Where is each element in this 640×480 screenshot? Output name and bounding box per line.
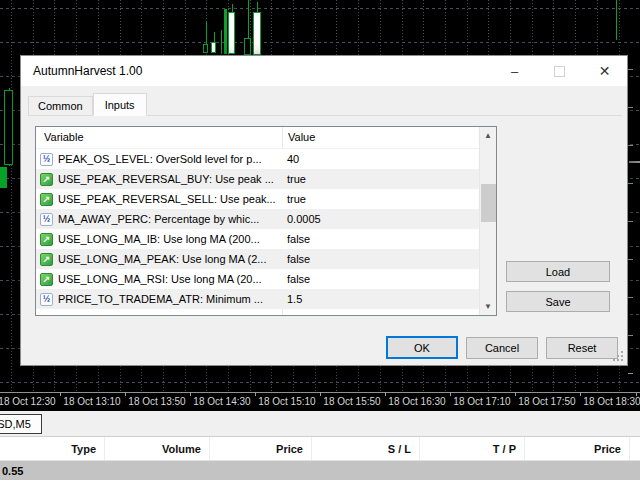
variable-column-header[interactable]: Variable	[44, 131, 84, 143]
time-tick	[60, 392, 61, 396]
price-line-fragment	[629, 161, 640, 163]
param-name: USE_PEAK_REVERSAL_BUY: Use peak ...	[58, 173, 278, 185]
time-label: 18 Oct 18:30	[583, 396, 640, 407]
close-button[interactable]: ✕	[582, 56, 627, 86]
trade-column-volume[interactable]: Volume	[105, 437, 210, 460]
candle-body	[244, 38, 251, 55]
numeric-param-icon: ½	[40, 293, 53, 306]
param-value[interactable]: true	[278, 193, 306, 205]
close-icon: ✕	[599, 63, 611, 79]
price-tick	[628, 69, 633, 70]
param-value[interactable]: 40	[278, 153, 299, 165]
expert-properties-dialog: AutumnHarvest 1.00 – ✕ Common Inputs	[20, 55, 628, 366]
gridline-h	[0, 42, 640, 43]
time-tick	[190, 392, 191, 396]
time-label: 18 Oct 16:30	[388, 396, 445, 407]
gridline-v	[11, 0, 12, 392]
dialog-title: AutumnHarvest 1.00	[33, 64, 142, 78]
scroll-up-icon[interactable]: ▲	[480, 127, 496, 144]
tab-inputs[interactable]: Inputs	[93, 93, 147, 116]
ok-button[interactable]: OK	[386, 336, 458, 359]
time-tick	[125, 392, 126, 396]
price-tick	[628, 335, 633, 336]
balance-value: 0.55	[2, 465, 23, 477]
dialog-tabs: Common Inputs	[28, 93, 147, 116]
candle-body	[224, 9, 227, 54]
trade-column-sl[interactable]: S / L	[312, 437, 420, 460]
input-row[interactable]: ↗USE_LONG_MA_IB: Use long MA (200...fals…	[36, 229, 479, 249]
time-label: 18 Oct 13:10	[63, 396, 120, 407]
time-tick	[255, 392, 256, 396]
boolean-param-icon: ↗	[40, 273, 53, 286]
input-row[interactable]: ↗USE_PEAK_REVERSAL_BUY: Use peak ...true	[36, 169, 479, 189]
minimize-icon: –	[511, 64, 518, 79]
price-tick	[628, 297, 633, 298]
gridline-h	[0, 8, 640, 9]
time-tick	[515, 392, 516, 396]
time-label: 18 Oct 17:50	[518, 396, 575, 407]
trade-column-price[interactable]: Price	[525, 437, 630, 460]
time-label: 18 Oct 17:10	[453, 396, 510, 407]
candle-body	[253, 12, 261, 55]
save-button[interactable]: Save	[506, 291, 610, 312]
time-label: 18 Oct 13:50	[128, 396, 185, 407]
time-label: 18 Oct 14:30	[193, 396, 250, 407]
numeric-param-icon: ½	[40, 153, 53, 166]
param-name: PRICE_TO_TRADEMA_ATR: Minimum ...	[58, 293, 278, 305]
param-name: MA_AWAY_PERC: Percentage by whic...	[58, 213, 278, 225]
time-tick	[320, 392, 321, 396]
scrollbar[interactable]: ▲ ▼	[479, 127, 496, 315]
maximize-icon	[554, 66, 565, 77]
candle-body	[4, 90, 13, 165]
price-tick	[628, 107, 633, 108]
numeric-param-icon: ½	[40, 213, 53, 226]
candle-body	[228, 12, 235, 54]
chart-tab-strip: SD,M5	[0, 411, 640, 437]
tab-inputs-label: Inputs	[105, 99, 135, 111]
minimize-button[interactable]: –	[492, 56, 537, 86]
scrollbar-thumb[interactable]	[481, 184, 496, 222]
param-value[interactable]: true	[278, 173, 306, 185]
trade-column-tp[interactable]: T / P	[420, 437, 525, 460]
trade-header-filler	[630, 437, 640, 460]
cancel-button[interactable]: Cancel	[466, 337, 538, 359]
trade-column-type[interactable]: Type	[0, 437, 105, 460]
tab-common[interactable]: Common	[28, 96, 93, 116]
balance-row: 0.55	[0, 461, 640, 480]
time-label: 18 Oct 15:50	[323, 396, 380, 407]
dialog-titlebar[interactable]: AutumnHarvest 1.00 – ✕	[21, 56, 627, 86]
param-name: USE_LONG_MA_IB: Use long MA (200...	[58, 233, 278, 245]
trade-column-price[interactable]: Price	[210, 437, 312, 460]
input-row[interactable]: ½MA_AWAY_PERC: Percentage by whic...0.00…	[36, 209, 479, 229]
param-value[interactable]: 0.0005	[278, 213, 321, 225]
input-row[interactable]: ½PRICE_TO_TRADEMA_ATR: Minimum ...1.5	[36, 289, 479, 309]
boolean-param-icon: ↗	[40, 173, 53, 186]
time-tick	[580, 392, 581, 396]
load-button[interactable]: Load	[506, 261, 610, 282]
input-row[interactable]: ↗USE_LONG_MA_PEAK: Use long MA (2...fals…	[36, 249, 479, 269]
param-name: USE_PEAK_REVERSAL_SELL: Use peak...	[58, 193, 278, 205]
param-value[interactable]: false	[278, 253, 310, 265]
reset-button[interactable]: Reset	[546, 337, 618, 359]
param-value[interactable]: false	[278, 273, 310, 285]
param-name: PEAK_OS_LEVEL: OverSold level for p...	[58, 153, 278, 165]
price-tick	[628, 259, 633, 260]
time-label: 18 Oct 15:10	[258, 396, 315, 407]
inputs-table-header: Variable Value	[36, 127, 496, 149]
input-row[interactable]: ↗USE_PEAK_REVERSAL_SELL: Use peak...true	[36, 189, 479, 209]
screen: 18 Oct 12:3018 Oct 13:1018 Oct 13:5018 O…	[0, 0, 640, 480]
candle-body	[0, 167, 7, 188]
inputs-table: Variable Value ½PEAK_OS_LEVEL: OverSold …	[35, 126, 497, 316]
resize-grip[interactable]	[613, 351, 625, 363]
param-value[interactable]: 1.5	[278, 293, 302, 305]
value-column-header[interactable]: Value	[288, 131, 315, 143]
chart-tab-symbol[interactable]: SD,M5	[0, 414, 42, 434]
time-label: 18 Oct 12:30	[0, 396, 56, 407]
input-row[interactable]: ½PEAK_OS_LEVEL: OverSold level for p...4…	[36, 149, 479, 169]
input-row[interactable]: ↗USE_LONG_MA_RSI: Use long MA (20...fals…	[36, 269, 479, 289]
param-value[interactable]: false	[278, 233, 310, 245]
scroll-down-icon[interactable]: ▼	[480, 298, 496, 315]
time-tick	[450, 392, 451, 396]
price-tick	[628, 373, 633, 374]
price-tick	[628, 183, 633, 184]
